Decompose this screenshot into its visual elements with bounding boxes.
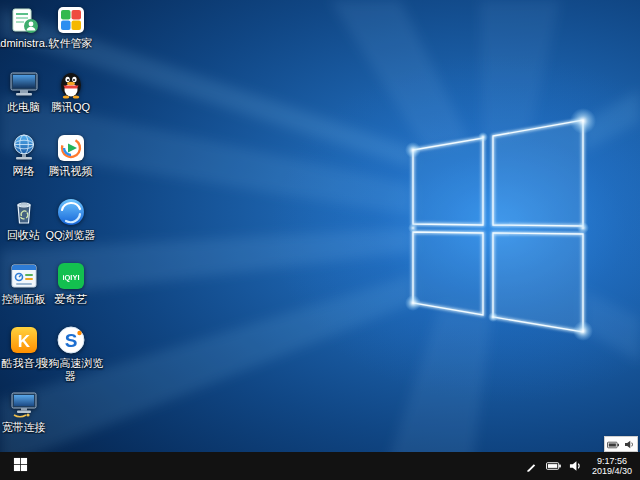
svg-text:K: K (17, 332, 30, 351)
tencent-qq-icon (55, 68, 87, 100)
user-folder-icon (8, 4, 40, 36)
desktop-icon-qq-browser[interactable]: QQ浏览器 (47, 196, 94, 260)
desktop-icon-control-panel[interactable]: 控制面板 (0, 260, 47, 324)
system-tray: 9:17:56 2019/4/30 (525, 452, 640, 480)
windows-logo-icon (13, 457, 28, 475)
desktop-icon-software-manager[interactable]: 软件管家 (47, 4, 94, 68)
desktop-icon-tencent-video[interactable]: 腾讯视频 (47, 132, 94, 196)
desktop-icon-administrator[interactable]: Administra... (0, 4, 47, 68)
tray-flyout[interactable] (604, 436, 638, 452)
taskbar-clock[interactable]: 9:17:56 2019/4/30 (590, 456, 634, 476)
svg-text:iQIYI: iQIYI (62, 273, 79, 282)
iqiyi-icon: iQIYI (55, 260, 87, 292)
desktop-icon-label: 宽带连接 (0, 421, 60, 434)
tencent-video-icon (55, 132, 87, 164)
desktop-icon-column-1: Administra... 此电脑 (0, 4, 47, 452)
desktop-icon-label: 腾讯视频 (35, 165, 107, 178)
svg-text:S: S (64, 330, 77, 351)
desktop-icon-column-2: 软件管家 腾讯QQ (47, 4, 94, 388)
speaker-icon[interactable] (624, 435, 635, 453)
desktop-icon-iqiyi[interactable]: iQIYI 爱奇艺 (47, 260, 94, 324)
broadband-icon (8, 388, 40, 420)
speaker-icon[interactable] (569, 460, 582, 472)
network-icon (8, 132, 40, 164)
control-panel-icon (8, 260, 40, 292)
battery-icon[interactable] (546, 461, 561, 471)
clock-date: 2019/4/30 (592, 466, 632, 476)
taskbar: 9:17:56 2019/4/30 (0, 452, 640, 480)
battery-icon[interactable] (607, 435, 620, 453)
desktop-icon-label: 软件管家 (35, 37, 107, 50)
desktop-icon-label: 腾讯QQ (35, 101, 107, 114)
desktop-icon-this-pc[interactable]: 此电脑 (0, 68, 47, 132)
desktop-icon-label: QQ浏览器 (35, 229, 107, 242)
sogou-browser-icon: S (55, 324, 87, 356)
software-manager-icon (55, 4, 87, 36)
clock-time: 9:17:56 (592, 456, 632, 466)
qq-browser-icon (55, 196, 87, 228)
kuwo-music-icon: K (8, 324, 40, 356)
desktop-icon-network[interactable]: 网络 (0, 132, 47, 196)
start-button[interactable] (0, 452, 40, 480)
desktop-icon-sogou-browser[interactable]: S 搜狗高速浏览器 (47, 324, 94, 388)
desktop-icon-label: 搜狗高速浏览器 (35, 357, 107, 383)
pen-icon[interactable] (525, 460, 538, 473)
desktop-icon-recycle-bin[interactable]: 回收站 (0, 196, 47, 260)
desktop-icon-label: 爱奇艺 (35, 293, 107, 306)
desktop-icon-tencent-qq[interactable]: 腾讯QQ (47, 68, 94, 132)
this-pc-icon (8, 68, 40, 100)
recycle-bin-icon (8, 196, 40, 228)
desktop-icon-broadband[interactable]: 宽带连接 (0, 388, 47, 452)
